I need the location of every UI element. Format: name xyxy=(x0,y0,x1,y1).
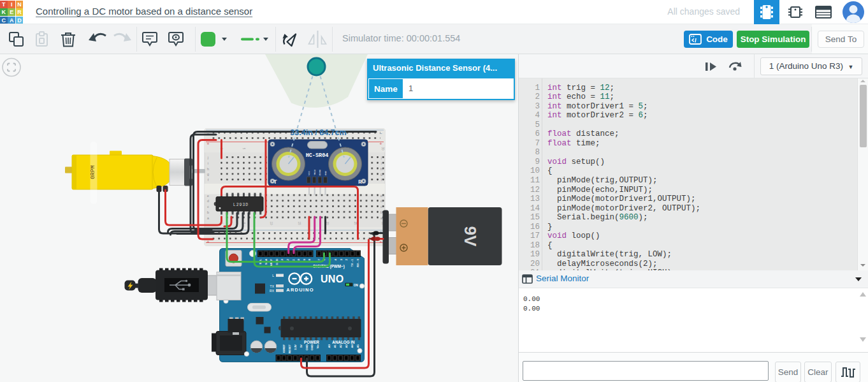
svg-text:TX: TX xyxy=(270,284,275,288)
svg-text:A1: A1 xyxy=(333,344,336,348)
svg-text:d: d xyxy=(380,199,382,203)
svg-text:j: j xyxy=(380,156,382,159)
svg-text:TRIG: TRIG xyxy=(314,169,316,175)
svg-text:g: g xyxy=(207,172,209,176)
svg-text:j: j xyxy=(207,156,208,159)
svg-text:g: g xyxy=(380,172,382,176)
svg-text:R: R xyxy=(358,179,362,186)
svg-text:A3: A3 xyxy=(345,344,348,348)
svg-text:L293D: L293D xyxy=(233,203,249,207)
svg-text:TX→1: TX→1 xyxy=(351,258,354,267)
svg-text:A2: A2 xyxy=(339,344,342,348)
svg-text:c: c xyxy=(380,205,382,209)
svg-text:30: 30 xyxy=(381,147,384,151)
svg-text:15: 15 xyxy=(298,221,301,225)
svg-text:L: L xyxy=(272,274,274,277)
svg-text:A0: A0 xyxy=(328,344,331,348)
svg-text:3.3V: 3.3V xyxy=(294,344,297,350)
svg-text:c: c xyxy=(207,205,209,209)
svg-text:+: + xyxy=(379,239,382,245)
svg-text:h: h xyxy=(380,167,382,171)
svg-text:ON: ON xyxy=(354,284,359,287)
svg-text:25: 25 xyxy=(354,221,357,225)
svg-text:RESET: RESET xyxy=(288,344,291,354)
svg-text:GND: GND xyxy=(324,170,327,175)
svg-text:POWER: POWER xyxy=(304,340,319,344)
svg-text:0RPM: 0RPM xyxy=(90,165,96,179)
svg-text:−: − xyxy=(379,131,382,136)
svg-text:+: + xyxy=(379,141,382,147)
svg-text:VCC: VCC xyxy=(308,170,310,175)
svg-text:UNO: UNO xyxy=(321,274,344,284)
svg-text:+: + xyxy=(206,141,210,147)
svg-text:10: 10 xyxy=(270,221,273,225)
svg-text:RX: RX xyxy=(270,289,275,293)
svg-text:h: h xyxy=(207,167,209,171)
svg-text:IOREF: IOREF xyxy=(282,344,286,353)
svg-text:T: T xyxy=(273,179,277,186)
svg-text:i: i xyxy=(208,161,208,165)
svg-text:i: i xyxy=(381,161,382,165)
svg-text:d: d xyxy=(207,199,209,203)
svg-text:33.4in / 84.7cm: 33.4in / 84.7cm xyxy=(290,128,346,137)
svg-text:GND: GND xyxy=(310,344,314,351)
svg-text:5: 5 xyxy=(242,148,245,150)
svg-text:ECHO: ECHO xyxy=(319,169,321,175)
svg-text:9V: 9V xyxy=(461,226,480,247)
svg-text:A5: A5 xyxy=(356,344,359,348)
svg-text:5V: 5V xyxy=(300,344,303,348)
svg-text:A4: A4 xyxy=(351,344,354,348)
svg-text:Vin: Vin xyxy=(316,344,319,349)
svg-text:GND: GND xyxy=(305,344,308,351)
svg-text:ANALOG IN: ANALOG IN xyxy=(332,340,355,344)
svg-text:HC-SR04: HC-SR04 xyxy=(306,152,329,159)
svg-text:ARDUINO: ARDUINO xyxy=(286,287,314,293)
svg-text:RX←0: RX←0 xyxy=(356,258,359,267)
